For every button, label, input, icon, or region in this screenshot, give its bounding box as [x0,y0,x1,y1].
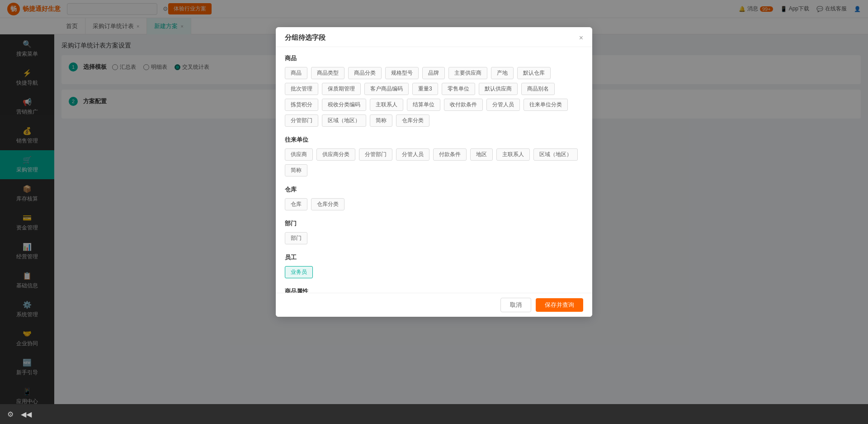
field-tag[interactable]: 保质期管理 [322,83,361,95]
field-tag[interactable]: 仓库分类 [396,114,429,127]
field-tag[interactable]: 供应商分类 [316,148,355,161]
modal-title: 分组待选字段 [285,33,326,42]
field-tags-partner: 供应商供应商分类分管部门分管人员付款条件地区主联系人区域（地区）简称 [285,148,583,176]
field-tag[interactable]: 商品 [285,67,307,79]
field-select-modal: 分组待选字段 × 商品商品商品类型商品分类规格型号品牌主要供应商产地默认仓库批次… [276,27,592,317]
field-tag[interactable]: 分管人员 [486,99,520,111]
field-tag[interactable]: 仓库 [285,198,307,210]
section-title-goods-attr: 商品属性 [285,287,583,293]
field-tag[interactable]: 区域（地区） [533,148,578,161]
field-tag[interactable]: 简称 [370,114,392,127]
field-tags-dept: 部门 [285,232,583,244]
modal-backdrop: 分组待选字段 × 商品商品商品类型商品分类规格型号品牌主要供应商产地默认仓库批次… [0,0,868,424]
field-tag[interactable]: 付款条件 [433,148,467,161]
field-tag[interactable]: 税收分类编码 [322,99,366,111]
field-tag[interactable]: 业务员 [285,266,313,278]
field-tag[interactable]: 供应商 [285,148,313,161]
field-tags-staff: 业务员 [285,266,583,278]
field-tag[interactable]: 商品类型 [311,67,344,79]
modal-body: 商品商品商品类型商品分类规格型号品牌主要供应商产地默认仓库批次管理保质期管理客户… [276,47,592,293]
field-tags-warehouse: 仓库仓库分类 [285,198,583,210]
field-tag[interactable]: 零售单位 [442,83,475,95]
save-query-button[interactable]: 保存并查询 [536,298,583,312]
field-section-staff: 员工业务员 [285,253,583,278]
section-title-staff: 员工 [285,253,583,262]
field-tag[interactable]: 简称 [285,164,307,176]
section-title-warehouse: 仓库 [285,186,583,194]
field-tag[interactable]: 商品别名 [521,83,555,95]
field-tag[interactable]: 产地 [491,67,514,79]
field-tag[interactable]: 结算单位 [407,99,440,111]
field-tag[interactable]: 区域（地区） [322,114,366,127]
field-tag[interactable]: 往来单位分类 [524,99,568,111]
field-tag[interactable]: 品牌 [422,67,445,79]
bottom-bar: ⚙ ◀◀ [0,404,868,424]
field-tag[interactable]: 分管部门 [359,148,392,161]
field-tag[interactable]: 默认仓库 [517,67,551,79]
field-tag[interactable]: 分管部门 [285,114,318,127]
modal-footer: 取消 保存并查询 [276,293,592,317]
field-section-goods: 商品商品商品类型商品分类规格型号品牌主要供应商产地默认仓库批次管理保质期管理客户… [285,54,583,127]
field-tag[interactable]: 地区 [470,148,493,161]
field-tag[interactable]: 仓库分类 [311,198,344,210]
field-tag[interactable]: 默认供应商 [479,83,518,95]
modal-close-btn[interactable]: × [579,34,583,42]
modal-header: 分组待选字段 × [276,27,592,47]
section-title-dept: 部门 [285,219,583,228]
section-title-partner: 往来单位 [285,136,583,144]
field-tag[interactable]: 规格型号 [385,67,419,79]
field-tag[interactable]: 主联系人 [496,148,530,161]
bottom-settings-icon[interactable]: ⚙ [7,410,14,419]
bottom-audio-icon[interactable]: ◀◀ [21,410,32,419]
field-tag[interactable]: 商品分类 [348,67,382,79]
field-tag[interactable]: 分管人员 [396,148,429,161]
field-section-goods-attr: 商品属性属性颜色多规格尺码鞋码1 [285,287,583,293]
field-tag[interactable]: 主联系人 [370,99,403,111]
field-tag[interactable]: 主要供应商 [448,67,487,79]
field-tag[interactable]: 部门 [285,232,307,244]
field-section-dept: 部门部门 [285,219,583,244]
field-tag[interactable]: 批次管理 [285,83,318,95]
field-tags-goods: 商品商品类型商品分类规格型号品牌主要供应商产地默认仓库批次管理保质期管理客户商品… [285,67,583,127]
field-tag[interactable]: 拣货积分 [285,99,318,111]
field-tag[interactable]: 收付款条件 [444,99,483,111]
cancel-button[interactable]: 取消 [500,298,531,312]
field-tag[interactable]: 客户商品编码 [364,83,409,95]
field-section-partner: 往来单位供应商供应商分类分管部门分管人员付款条件地区主联系人区域（地区）简称 [285,136,583,176]
field-tag[interactable]: 重量3 [412,83,438,95]
field-section-warehouse: 仓库仓库仓库分类 [285,186,583,210]
section-title-goods: 商品 [285,54,583,62]
